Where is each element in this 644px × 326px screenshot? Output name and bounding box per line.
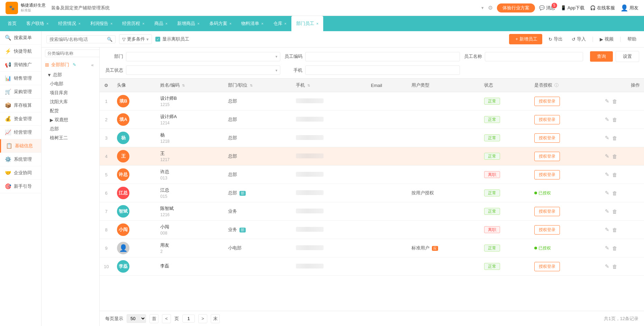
dept-select[interactable] [126, 52, 280, 61]
delete-icon[interactable]: 🗑 [612, 98, 617, 104]
delete-icon[interactable]: 🗑 [612, 117, 617, 123]
tab-management-close[interactable]: × [78, 21, 80, 26]
more-filter-btn[interactable]: ▽ 更多条件 ▾ [119, 34, 152, 44]
trial-btn[interactable]: 体验行业方案 [497, 3, 535, 12]
tab-management[interactable]: 经营情况 × [53, 16, 85, 31]
current-page-input[interactable] [182, 315, 195, 323]
th-phone[interactable]: 手机 ⇅ [292, 79, 366, 92]
show-resigned-checkbox[interactable]: ✓ 显示离职员工 [155, 36, 189, 42]
edit-icon[interactable]: ✎ [605, 171, 609, 178]
sidebar-item-basic[interactable]: 📋 基础信息 [0, 139, 41, 153]
tab-home[interactable]: 首页 [3, 16, 21, 31]
edit-icon[interactable]: ✎ [605, 116, 609, 123]
tab-bom-close[interactable]: × [261, 21, 263, 26]
tab-bom[interactable]: 物料清单 × [236, 16, 268, 31]
dept-node-4[interactable]: 配货 [42, 106, 99, 115]
delete-icon[interactable]: 🗑 [612, 264, 617, 270]
sidebar-item-operations[interactable]: 📈 经营管理 [0, 126, 41, 139]
search-input[interactable] [49, 37, 105, 42]
delete-icon[interactable]: 🗑 [612, 209, 617, 214]
next-page-btn[interactable]: > [198, 314, 207, 323]
user-avatar[interactable]: 👤 用友 [620, 4, 638, 12]
tab-barcode-close[interactable]: × [229, 21, 232, 26]
view-btn[interactable]: ▶ 视频 [597, 35, 616, 44]
empname-input[interactable] [485, 52, 583, 61]
tab-history[interactable]: 经营历程 × [117, 16, 149, 31]
dept-node-0[interactable]: ▼ 总部 [42, 70, 99, 79]
page-size-select[interactable]: 50 100 [127, 314, 146, 323]
dept-search-input[interactable] [45, 50, 100, 57]
auth-login-btn[interactable]: 授权登录 [534, 225, 560, 235]
edit-icon[interactable]: ✎ [605, 208, 609, 214]
tab-dept-close[interactable]: × [316, 21, 318, 26]
auth-login-btn[interactable]: 授权登录 [534, 170, 560, 179]
sidebar-item-sales[interactable]: 📊 销售管理 [0, 72, 41, 85]
auth-login-btn[interactable]: 授权登录 [534, 207, 560, 216]
sidebar-item-search[interactable]: 🔍 搜索菜单 [0, 31, 41, 45]
delete-icon[interactable]: 🗑 [612, 190, 617, 196]
tab-customer-close[interactable]: × [46, 21, 48, 26]
auth-login-btn[interactable]: 授权登录 [534, 152, 560, 161]
tab-newgoods[interactable]: 新增商品 × [172, 16, 204, 31]
dept-node-5[interactable]: ▶ 双鹿想 [42, 115, 99, 124]
sidebar-item-nav[interactable]: ⚡ 快捷导航 [0, 45, 41, 58]
edit-icon[interactable]: ✎ [605, 227, 609, 233]
sidebar-item-finance[interactable]: 💰 资金管理 [0, 112, 41, 126]
sidebar-item-guide[interactable]: 🎯 新手引导 [0, 180, 41, 193]
tab-goods-close[interactable]: × [165, 21, 167, 26]
query-btn[interactable]: 查询 [590, 51, 613, 62]
tab-history-close[interactable]: × [142, 21, 144, 26]
sidebar-item-marketing[interactable]: 📢 营销推广 [0, 58, 41, 72]
dept-node-3[interactable]: 沈阳大库 [42, 97, 99, 106]
last-page-btn[interactable]: 末 [211, 314, 220, 323]
reset-btn[interactable]: 设置 [616, 51, 639, 62]
edit-icon[interactable]: ✎ [605, 135, 609, 141]
edit-icon[interactable]: ✎ [605, 263, 609, 270]
tab-warehouse-close[interactable]: × [284, 21, 287, 26]
export-btn[interactable]: ↻ 导出 [546, 35, 565, 44]
online-service-btn[interactable]: 🎧 在线客服 [590, 5, 615, 11]
edit-icon[interactable]: ✎ [605, 98, 609, 104]
delete-icon[interactable]: 🗑 [612, 227, 617, 233]
search-icon[interactable]: 🔍 [107, 37, 112, 42]
first-page-btn[interactable]: 首 [149, 314, 158, 323]
app-download-btn[interactable]: 📱 App下载 [561, 5, 584, 11]
tab-goods[interactable]: 商品 × [149, 16, 172, 31]
tree-collapse-btn[interactable]: « [89, 61, 96, 68]
edit-icon[interactable]: ✎ [605, 245, 609, 251]
auth-login-btn[interactable]: 授权登录 [534, 133, 560, 143]
tab-profit[interactable]: 利润报告 × [85, 16, 117, 31]
phone-input[interactable] [305, 65, 460, 75]
delete-icon[interactable]: 🗑 [612, 172, 617, 178]
tab-barcode[interactable]: 条码方案 × [205, 16, 236, 31]
delete-icon[interactable]: 🗑 [612, 135, 617, 141]
settings-icon[interactable]: ⚙ [488, 5, 493, 11]
edit-icon[interactable]: ✎ [605, 153, 609, 159]
tab-newgoods-close[interactable]: × [197, 21, 199, 26]
tab-warehouse[interactable]: 仓库 × [269, 16, 291, 31]
th-dept[interactable]: 部门/职位 ⇅ [224, 79, 292, 92]
dept-node-2[interactable]: 项目库房 [42, 88, 99, 97]
prev-page-btn[interactable]: < [162, 314, 171, 323]
add-employee-btn[interactable]: + 新增员工 [509, 34, 542, 44]
delete-icon[interactable]: 🗑 [612, 245, 617, 251]
dept-all-btn[interactable]: ⊞ 全部部门 ✎ « [42, 59, 99, 70]
dept-node-1[interactable]: 小电部 [42, 79, 99, 88]
dept-node-6[interactable]: 总部 [42, 124, 99, 133]
sidebar-item-purchase[interactable]: 🛒 采购管理 [0, 85, 41, 99]
tab-dept[interactable]: 部门员工 × [291, 16, 323, 31]
auth-login-btn[interactable]: 授权登录 [534, 97, 560, 106]
auth-login-btn[interactable]: 授权登录 [534, 262, 560, 271]
tab-profit-close[interactable]: × [110, 21, 112, 26]
dropdown-arrow-icon[interactable]: ▾ [481, 5, 484, 10]
th-name[interactable]: 姓名/编码 ⇅ [156, 79, 224, 92]
dept-node-7[interactable]: 植树王二 [42, 133, 99, 142]
sidebar-item-system[interactable]: ⚙️ 系统管理 [0, 153, 41, 166]
sidebar-item-inventory[interactable]: 📦 库存核算 [0, 99, 41, 112]
edit-dept-icon[interactable]: ✎ [73, 62, 76, 67]
status-select[interactable] [126, 65, 280, 75]
help-btn[interactable]: 帮助 [625, 35, 639, 44]
sidebar-item-collab[interactable]: 🤝 企业协同 [0, 166, 41, 180]
edit-icon[interactable]: ✎ [605, 190, 609, 196]
delete-icon[interactable]: 🗑 [612, 153, 617, 159]
